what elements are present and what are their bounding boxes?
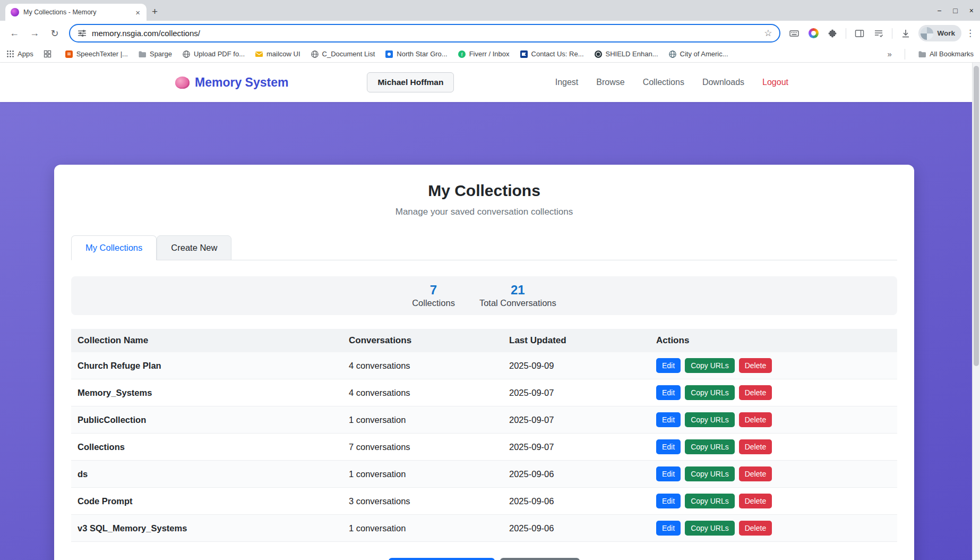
card-tabs: My Collections Create New — [71, 235, 897, 260]
copy-urls-button[interactable]: Copy URLs — [685, 385, 735, 400]
edit-button[interactable]: Edit — [656, 466, 681, 481]
navy-square-favicon — [520, 50, 528, 58]
conversation-count: 4 conversations — [342, 388, 503, 398]
browser-menu-icon[interactable]: ⋮ — [966, 28, 975, 39]
user-button[interactable]: Michael Hoffman — [367, 72, 454, 92]
copy-urls-button[interactable]: Copy URLs — [685, 466, 735, 481]
bookmark-city-of-america[interactable]: City of Americ... — [668, 50, 728, 58]
conversation-count: 7 conversations — [342, 442, 503, 452]
table-row: Church Refuge Plan 4 conversations 2025-… — [71, 352, 897, 379]
color-wheel-extension-icon[interactable] — [805, 25, 822, 42]
bookmark-c-document-list[interactable]: C_Document List — [311, 50, 375, 58]
scrollbar-thumb[interactable] — [974, 66, 979, 366]
conversation-count: 1 conversation — [342, 469, 503, 479]
create-new-collection-button[interactable]: Create New Collection — [389, 558, 495, 560]
nav-browse[interactable]: Browse — [596, 78, 624, 87]
table-row: Code Prompt 3 conversations 2025-09-06 E… — [71, 488, 897, 515]
reading-list-icon[interactable] — [870, 25, 887, 42]
maximize-button[interactable]: □ — [953, 6, 957, 15]
profile-chip[interactable]: Work — [918, 25, 961, 41]
delete-button[interactable]: Delete — [739, 521, 772, 536]
close-window-button[interactable]: × — [969, 6, 974, 15]
edit-button[interactable]: Edit — [656, 521, 681, 536]
bookmark-shield[interactable]: SHIELD Enhan... — [594, 50, 658, 58]
conversation-count: 3 conversations — [342, 496, 503, 506]
nav-collections[interactable]: Collections — [643, 78, 684, 87]
tab-create-new[interactable]: Create New — [157, 235, 231, 260]
copy-urls-button[interactable]: Copy URLs — [685, 439, 735, 454]
back-to-browse-button[interactable]: Back to Browse — [500, 558, 580, 560]
last-updated: 2025-09-09 — [503, 361, 650, 371]
bookmark-apps[interactable]: Apps — [6, 50, 33, 58]
copy-urls-button[interactable]: Copy URLs — [685, 494, 735, 508]
delete-button[interactable]: Delete — [739, 412, 772, 427]
bookmark-upload-pdf[interactable]: Upload PDF fo... — [182, 50, 245, 58]
conversation-count: 1 conversation — [342, 523, 503, 533]
bookmark-fiverr[interactable]: f Fiverr / Inbox — [458, 50, 510, 58]
copy-urls-button[interactable]: Copy URLs — [685, 412, 735, 427]
collection-name: Code Prompt — [71, 496, 342, 506]
nav-ingest[interactable]: Ingest — [555, 78, 579, 87]
minimize-button[interactable]: − — [937, 6, 941, 15]
edit-button[interactable]: Edit — [656, 385, 681, 400]
back-button[interactable]: ← — [5, 24, 23, 43]
bookmark-grid[interactable] — [44, 50, 55, 58]
delete-button[interactable]: Delete — [739, 358, 772, 373]
delete-button[interactable]: Delete — [739, 466, 772, 481]
bookmark-north-star[interactable]: North Star Gro... — [385, 50, 447, 58]
collection-name: Church Refuge Plan — [71, 361, 342, 371]
grid-icon — [44, 50, 51, 58]
card-footer: Create New Collection Back to Browse ▾ — [71, 558, 897, 560]
forward-button[interactable]: → — [25, 24, 44, 43]
brand[interactable]: Memory System — [175, 75, 288, 90]
new-tab-button[interactable]: + — [152, 6, 158, 16]
bookmark-speechtexter[interactable]: SpeechTexter |... — [65, 50, 128, 58]
tab-close-icon[interactable]: × — [134, 7, 141, 18]
table-row: Memory_Systems 4 conversations 2025-09-0… — [71, 379, 897, 406]
collection-name: v3 SQL_Memory_Systems — [71, 523, 342, 533]
browser-tab[interactable]: My Collections - Memory × — [5, 4, 147, 21]
delete-button[interactable]: Delete — [739, 385, 772, 400]
copy-urls-button[interactable]: Copy URLs — [685, 358, 735, 373]
globe-icon — [182, 50, 191, 58]
browser-toolbar: ← → ↻ memory.nsgia.com/collections/ ☆ Wo… — [0, 21, 980, 46]
delete-button[interactable]: Delete — [739, 494, 772, 508]
url-bar[interactable]: memory.nsgia.com/collections/ ☆ — [69, 24, 780, 43]
tab-favicon-icon — [11, 8, 19, 16]
url-text[interactable]: memory.nsgia.com/collections/ — [92, 29, 759, 38]
nav-downloads[interactable]: Downloads — [702, 78, 744, 87]
edit-button[interactable]: Edit — [656, 358, 681, 373]
extensions-puzzle-icon[interactable] — [824, 25, 841, 42]
reload-button[interactable]: ↻ — [46, 24, 64, 43]
page-title: My Collections — [71, 182, 897, 200]
page-subtitle: Manage your saved conversation collectio… — [71, 207, 897, 217]
all-bookmarks[interactable]: All Bookmarks — [918, 50, 974, 58]
table-header-row: Collection Name Conversations Last Updat… — [71, 329, 897, 352]
edit-button[interactable]: Edit — [656, 439, 681, 454]
delete-button[interactable]: Delete — [739, 439, 772, 454]
bookmark-contact-us[interactable]: Contact Us: Re... — [520, 50, 584, 58]
stat-total-conversations: 21 Total Conversations — [479, 283, 556, 308]
keyboard-icon[interactable] — [786, 25, 803, 42]
page-background: Memory System Michael Hoffman Ingest Bro… — [0, 63, 980, 560]
tab-my-collections[interactable]: My Collections — [71, 235, 157, 260]
site-info-icon[interactable] — [78, 29, 87, 38]
site-nav: Ingest Browse Collections Downloads Logo… — [555, 78, 788, 87]
collection-name: ds — [71, 469, 342, 479]
bookmarks-overflow-icon[interactable]: » — [888, 49, 892, 58]
tab-strip: My Collections - Memory × + − □ × — [0, 0, 980, 21]
table-row: Collections 7 conversations 2025-09-07 E… — [71, 434, 897, 461]
profile-avatar — [921, 27, 933, 40]
bookmark-star-icon[interactable]: ☆ — [764, 28, 772, 39]
bookmark-sparge[interactable]: Sparge — [138, 50, 172, 58]
downloads-icon[interactable] — [897, 25, 914, 42]
copy-urls-button[interactable]: Copy URLs — [685, 521, 735, 536]
last-updated: 2025-09-06 — [503, 523, 650, 533]
page-scrollbar[interactable] — [972, 63, 980, 560]
edit-button[interactable]: Edit — [656, 494, 681, 508]
side-panel-icon[interactable] — [851, 25, 868, 42]
edit-button[interactable]: Edit — [656, 412, 681, 427]
nav-logout[interactable]: Logout — [762, 78, 788, 87]
collection-name: Collections — [71, 442, 342, 452]
bookmark-mailcow[interactable]: mailcow UI — [255, 50, 300, 58]
